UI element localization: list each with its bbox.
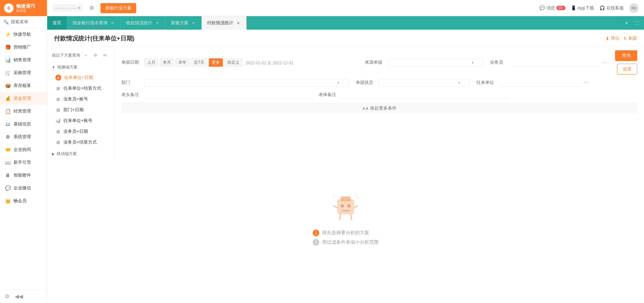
body-note-input[interactable] [342,91,509,99]
refresh-button[interactable]: ↻ 刷新 [623,35,637,41]
content-area: 付款情况统计(往来单位+日期) ⬆ 导出 ↻ 刷新 [47,30,644,303]
last-month-btn[interactable]: 上月 [144,58,158,67]
sidebar-item-member[interactable]: 👑 畅会员 [0,194,47,207]
tab-new-scheme-close[interactable]: ✕ [191,20,196,26]
purchase-icon: 🛒 [5,70,11,76]
tab-bank-flow[interactable]: 现金银行流水查询 ✕ [67,16,121,30]
doc-status-label: 单据状态 [356,80,376,86]
last-7days-btn[interactable]: 近7天 [191,58,207,67]
scheme-icon: ▦ [55,96,61,102]
mobile-group-toggle[interactable]: ▶ 移动端方案 [47,149,114,159]
header-note-input[interactable] [144,91,312,99]
add-scheme-btn[interactable]: ＋ [82,52,90,59]
sidebar-item-hardware[interactable]: 🖥 智能硬件 [0,169,47,182]
tab-new-scheme[interactable]: 新建方案 ✕ [166,16,202,30]
trial-button[interactable]: 体验行业方案 [100,3,136,13]
footer-settings-btn[interactable]: ⚙ [5,293,9,300]
chevron-down-icon: ▾ [472,61,473,64]
tab-receipt-stats-close[interactable]: ✕ [154,20,160,26]
sidebar-item-label: 新手引导 [13,159,31,165]
app-download-btn[interactable]: 📱 App下载 [571,5,594,11]
filter-row-3: 表头备注 表体备注 [121,91,637,99]
sidebar-item-label: 销售管理 [13,57,31,63]
sidebar-item-inventory[interactable]: 📦 库存核算 [0,79,47,92]
date-control: 上月 本月 本年 近7天 更多 自定义 2022-01-01 至 2022-12… [144,58,358,67]
sidebar-item-label: 采购管理 [13,70,31,76]
dept-select[interactable]: ▾ [144,79,349,87]
messages-btn[interactable]: 💬 消息 99+ [539,5,565,11]
sidebar-item-marketing[interactable]: 🎁 营销推广 [0,41,47,54]
salesperson-dots-btn[interactable]: ··· [601,59,608,65]
svg-line-5 [334,206,337,208]
search-menu[interactable]: 🔍 搜索菜单 [0,16,47,28]
app-sub: 标准版 [16,9,35,13]
this-month-btn[interactable]: 本月 [160,58,174,67]
sidebar-item-enterprise[interactable]: 🤝 企业协同 [0,143,47,156]
scheme-item-s1[interactable]: ● 往来单位+日期 [47,72,114,83]
scheme-icon: ▦ [55,86,61,91]
sidebar-item-label: 经营管理 [13,108,31,114]
tip-text-1: 请先选择要分析的方案 [322,230,369,236]
scheme-item-s3[interactable]: ▦ 业务员+账号 [47,94,114,104]
capital-icon: 💰 [5,95,11,101]
collapse-scheme-btn[interactable]: ≪ [101,52,109,59]
sidebar-item-weixin[interactable]: 💬 企业微信 [0,182,47,194]
sidebar-item-label: 基础信息 [13,121,31,127]
custom-btn[interactable]: 自定义 [224,58,242,67]
scheme-item-s4[interactable]: ▦ 部门+日期 [47,104,114,115]
topbar: — — — — ▾ ⚙ 体验行业方案 💬 消息 99+ 📱 App下载 🎧 在线… [47,0,644,16]
sidebar-item-guide[interactable]: 📖 新手引导 [0,156,47,169]
company-selector[interactable]: — — — — ▾ [53,4,83,12]
gear-icon: ⚙ [89,5,94,11]
search-icon: 🔍 [3,20,9,25]
sidebar-item-operation[interactable]: 📋 经营管理 [0,105,47,118]
sidebar-item-purchase[interactable]: 🛒 采购管理 [0,66,47,79]
partner-dots-btn[interactable]: ··· [583,80,590,86]
settings-button[interactable]: ⚙ [87,3,96,13]
user-info[interactable]: Rit [629,3,639,13]
filter-doc-status: 单据状态 ▾ [356,79,470,87]
tab-payment-stats[interactable]: 付款情况统计 ✕ [202,16,246,30]
close-tab-btn[interactable]: ✕ [622,18,631,28]
query-button[interactable]: 查询 [615,50,637,61]
sidebar-item-basic-info[interactable]: 🗂 基础信息 [0,118,47,130]
tab-bank-flow-close[interactable]: ✕ [110,20,115,26]
this-year-btn[interactable]: 本年 [175,58,189,67]
footer-collapse-btn[interactable]: ◀◀ [15,293,23,300]
sidebar-item-sales[interactable]: 📊 销售管理 [0,54,47,66]
fullscreen-btn[interactable]: ⛶ [632,18,641,28]
partner-label: 往来单位 [476,80,497,86]
svg-rect-0 [337,199,354,214]
partner-input[interactable] [499,79,582,87]
scheme-item-s2[interactable]: ▦ 往来单位+结算方式 [47,83,114,94]
export-button[interactable]: ⬆ 导出 [606,35,619,41]
tab-payment-stats-label: 付款情况统计 [207,20,233,26]
tip-num-1: 1 [313,230,319,236]
more-btn[interactable]: 更多 [209,58,223,67]
sidebar-item-system[interactable]: ⚙ 系统管理 [0,130,47,143]
app-download-label: App下载 [578,5,594,11]
scheme-item-s7[interactable]: ▦ 业务员+结算方式 [47,137,114,148]
pc-group-toggle[interactable]: ▼ 电脑端方案 [47,62,114,72]
scheme-item-s6[interactable]: ▦ 业务员+日期 [47,126,114,137]
marketing-icon: 🎁 [5,44,11,50]
sidebar-item-label: 营销推广 [13,44,31,50]
setting-button[interactable]: 设置 [617,64,637,74]
tab-payment-stats-close[interactable]: ✕ [235,20,241,26]
online-service-btn[interactable]: 🎧 在线客服 [599,5,624,11]
tab-receipt-stats[interactable]: 收款情况统计 ✕ [121,16,166,30]
scheme-item-label: 部门+日期 [63,107,84,113]
sidebar-item-quick-nav[interactable]: ⚡ 快捷导航 [0,28,47,41]
scheme-item-s5[interactable]: 📊 往来单位+账号 [47,115,114,126]
salesperson-input[interactable] [513,58,600,66]
filter-actions: 查询 设置 [615,50,637,74]
tab-home[interactable]: 首页 [47,16,67,30]
source-select[interactable]: ▾ [388,59,483,66]
messages-label: 消息 [546,5,555,11]
sidebar-item-capital[interactable]: 💰 资金管理 [0,92,47,105]
doc-status-select[interactable]: ▾ [379,79,470,87]
sidebar: 6 畅捷通巧 标准版 🔍 搜索菜单 ⚡ 快捷导航 🎁 营销推广 📊 销售管理 🛒… [0,0,47,303]
date-label: 单据日期 [121,59,142,65]
collapse-more-button[interactable]: ∧∧ 收起更多条件 [121,103,637,113]
scheme-settings-btn[interactable]: ⚙ [92,52,99,59]
